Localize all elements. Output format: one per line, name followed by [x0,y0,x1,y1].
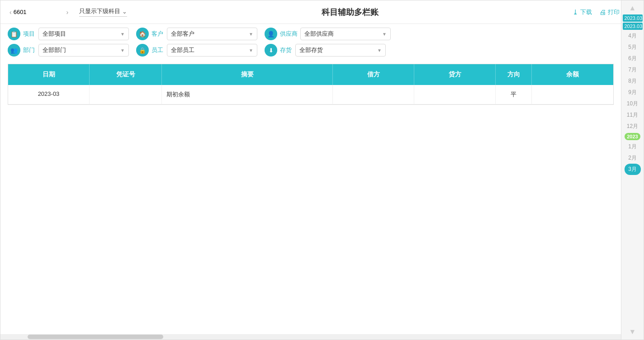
timeline-scroll-up[interactable]: ▲ [627,2,638,14]
download-btn[interactable]: ⤓ 下载 [573,8,592,16]
timeline-month-12[interactable]: 12月 [621,121,644,132]
ledger-table: 日期 凭证号 摘要 借方 贷方 方向 余额 2023-03 期初余额 平 [8,64,614,105]
project-filter-item: 📋 项目 全部项目 ▼ [8,28,129,40]
supplier-label: 供应商 [280,30,298,38]
supplier-arrow-icon: ▼ [382,32,387,37]
project-value: 全部项目 [43,30,66,38]
supplier-filter-item: 👤 供应商 全部供应商 ▼ [265,28,391,40]
account-code-text: 6601 [14,9,27,15]
timeline-year-badge: 2023 [625,133,640,140]
timeline-month-10[interactable]: 10月 [621,98,644,109]
timeline-scroll-down[interactable]: ▼ [627,326,638,338]
customer-icon: 🏠 [136,28,149,40]
filters-wrapper: 📋 项目 全部项目 ▼ 🏠 客户 全部客户 ▼ 👤 供应商 [0,24,644,64]
col-debit: 借方 [333,64,414,85]
timeline-month-1[interactable]: 1月 [621,141,644,152]
timeline-month-9[interactable]: 9月 [621,87,644,98]
inventory-label: 存货 [280,46,293,54]
timeline-month-4[interactable]: 4月 [621,30,644,42]
project-arrow-icon: ▼ [120,32,125,37]
cell-date: 2023-03 [8,85,90,104]
cell-direction: 平 [496,85,532,104]
header: ‹ 6601 销售费用 › 只显示下级科目 ⌄ 科目辅助多栏账 ⤓ 下载 🖨 打… [0,0,644,24]
scrollbar-thumb[interactable] [28,335,163,339]
table-body: 2023-03 期初余额 平 [8,85,613,104]
horizontal-scrollbar[interactable] [0,334,621,340]
timeline-month-11[interactable]: 11月 [621,109,644,121]
supplier-select[interactable]: 全部供应商 ▼ [300,28,391,40]
employee-label: 员工 [152,46,164,54]
employee-arrow-icon: ▼ [249,48,253,53]
show-sub-accounts-dropdown[interactable]: 只显示下级科目 ⌄ [79,7,127,17]
col-direction: 方向 [496,64,532,85]
cell-voucher [90,85,162,104]
page-title: 科目辅助多栏账 [127,7,573,18]
print-label: 打印 [608,8,620,16]
customer-arrow-icon: ▼ [249,32,253,37]
customer-value: 全部客户 [171,30,194,38]
main-window: ‹ 6601 销售费用 › 只显示下级科目 ⌄ 科目辅助多栏账 ⤓ 下载 🖨 打… [0,0,644,340]
col-balance: 余额 [532,64,613,85]
project-select[interactable]: 全部项目 ▼ [38,28,129,40]
customer-filter-item: 🏠 客户 全部客户 ▼ [136,28,257,40]
inventory-value: 全部存货 [299,46,323,54]
print-icon: 🖨 [599,8,606,16]
department-select[interactable]: 全部部门 ▼ [38,44,129,57]
supplier-icon: 👤 [265,28,277,40]
dropdown-arrow-icon: ⌄ [122,8,127,15]
project-label: 项目 [23,30,36,38]
customer-label: 客户 [152,30,164,38]
col-summary: 摘要 [162,64,333,85]
col-date: 日期 [8,64,90,85]
prev-account-btn[interactable]: ‹ [8,8,14,17]
supplier-value: 全部供应商 [304,30,334,38]
account-code: 6601 销售费用 [14,9,65,16]
inventory-arrow-icon: ▼ [377,48,382,53]
employee-icon: 🔒 [136,44,149,57]
department-value: 全部部门 [43,46,66,54]
table-row: 2023-03 期初余额 平 [8,85,613,104]
department-filter-item: 👥 部门 全部部门 ▼ [8,44,129,57]
timeline-month-7[interactable]: 7月 [621,64,644,76]
cell-debit [333,85,414,104]
timeline-month-6[interactable]: 6月 [621,53,644,64]
col-credit: 贷方 [414,64,496,85]
timeline-from: 2023.03 [623,14,643,22]
inventory-select[interactable]: 全部存货 ▼ [295,44,386,57]
project-icon: 📋 [8,28,20,40]
employee-select[interactable]: 全部员工 ▼ [167,44,257,57]
inventory-icon: ⬇ [265,44,277,57]
table-header: 日期 凭证号 摘要 借方 贷方 方向 余额 [8,64,613,85]
timeline-month-3[interactable]: 3月 [625,164,641,175]
customer-select[interactable]: 全部客户 ▼ [167,28,257,40]
download-label: 下载 [580,8,592,16]
next-account-btn[interactable]: › [65,8,71,17]
timeline-month-5[interactable]: 5月 [621,42,644,53]
employee-value: 全部员工 [171,46,194,54]
print-btn[interactable]: 🖨 打印 [599,8,620,16]
timeline-to: 2023.03 [623,23,643,30]
inventory-filter-item: ⬇ 存货 全部存货 ▼ [265,44,386,57]
department-icon: 👥 [8,44,20,57]
account-name-input[interactable]: 销售费用 [28,9,65,16]
show-sub-accounts-label: 只显示下级科目 [79,7,120,15]
col-voucher: 凭证号 [90,64,162,85]
cell-summary: 期初余额 [162,85,333,104]
employee-filter-item: 🔒 员工 全部员工 ▼ [136,44,257,57]
timeline-month-8[interactable]: 8月 [621,76,644,87]
filter-row-2: 👥 部门 全部部门 ▼ 🔒 员工 全部员工 ▼ ⬇ 存货 [8,44,636,57]
timeline-month-2[interactable]: 2月 [621,152,644,164]
cell-balance [532,85,613,104]
filter-row-1: 📋 项目 全部项目 ▼ 🏠 客户 全部客户 ▼ 👤 供应商 [8,28,636,40]
timeline-sidebar: ▲ 2023.03 2023.03 4月 5月 6月 7月 8月 9月 10月 … [621,0,644,340]
department-arrow-icon: ▼ [120,48,125,53]
cell-credit [414,85,496,104]
download-icon: ⤓ [573,8,578,16]
department-label: 部门 [23,46,36,54]
